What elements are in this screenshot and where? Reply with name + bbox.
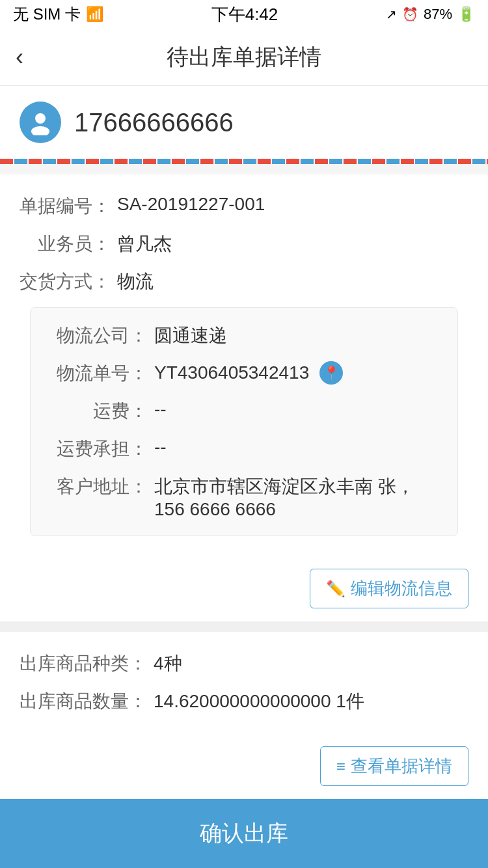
view-detail-label: 查看单据详情 (351, 755, 452, 778)
product-quantity-label: 出库商品数量： (20, 689, 147, 714)
view-detail-button[interactable]: ≡ 查看单据详情 (320, 746, 468, 786)
customer-phone: 17666666666 (74, 108, 234, 137)
edit-button-label: 编辑物流信息 (351, 577, 452, 600)
location-pin-icon: 📍 (323, 365, 340, 381)
edit-icon: ✏️ (326, 580, 346, 598)
freight-value: -- (148, 399, 444, 420)
section-divider (0, 621, 488, 632)
order-number-row: 单据编号： SA-20191227-001 (20, 194, 468, 219)
delivery-row: 交货方式： 物流 (20, 269, 468, 294)
edit-button-row: ✏️ 编辑物流信息 (0, 556, 488, 621)
freight-row: 运费： -- (44, 399, 444, 424)
freight-label: 运费： (44, 399, 148, 424)
status-right: ↗ ⏰ 87% 🔋 (386, 6, 475, 23)
address-row: 客户地址： 北京市市辖区海淀区永丰南 张，156 6666 6666 (44, 474, 444, 520)
customer-header: 17666666666 (0, 86, 488, 159)
freight-bear-row: 运费承担： -- (44, 437, 444, 461)
svg-point-1 (31, 126, 49, 135)
view-detail-icon: ≡ (336, 757, 346, 776)
status-bar: 无 SIM 卡 📶 下午4:42 ↗ ⏰ 87% 🔋 (0, 0, 488, 29)
nav-bar: ‹ 待出库单据详情 (0, 29, 488, 86)
order-number-value: SA-20191227-001 (111, 194, 468, 215)
tracking-number-label: 物流单号： (44, 361, 148, 386)
status-left: 无 SIM 卡 📶 (13, 4, 103, 25)
freight-bear-label: 运费承担： (44, 437, 148, 461)
carrier-label: 无 SIM 卡 (13, 4, 81, 25)
freight-bear-value: -- (148, 437, 444, 457)
battery-icon: 🔋 (457, 6, 475, 23)
delivery-value: 物流 (111, 269, 468, 294)
product-category-value: 4种 (147, 651, 468, 676)
salesman-label: 业务员： (20, 232, 111, 256)
product-category-row: 出库商品种类： 4种 (20, 651, 468, 676)
wifi-icon: 📶 (86, 6, 103, 23)
logistics-company-value: 圆通速递 (148, 323, 444, 348)
confirm-outbound-button[interactable]: 确认出库 (0, 812, 488, 855)
tracking-value-wrapper: YT4306405342413 📍 (148, 361, 444, 385)
confirm-button-wrapper: 确认出库 (0, 799, 488, 868)
salesman-value: 曾凡杰 (111, 232, 468, 256)
address-label: 客户地址： (44, 474, 148, 499)
product-section: 出库商品种类： 4种 出库商品数量： 14.620000000000000 1件 (0, 632, 488, 733)
logistics-company-label: 物流公司： (44, 323, 148, 348)
alarm-icon: ⏰ (402, 7, 418, 22)
logistics-company-row: 物流公司： 圆通速递 (44, 323, 444, 348)
view-detail-row: ≡ 查看单据详情 (0, 733, 488, 799)
svg-point-0 (35, 113, 46, 124)
address-value: 北京市市辖区海淀区永丰南 张，156 6666 6666 (148, 474, 444, 520)
track-location-button[interactable]: 📍 (319, 361, 343, 385)
avatar-icon (27, 109, 53, 135)
edit-logistics-button[interactable]: ✏️ 编辑物流信息 (310, 569, 468, 608)
back-button[interactable]: ‹ (16, 44, 23, 71)
salesman-row: 业务员： 曾凡杰 (20, 232, 468, 256)
order-info-section: 单据编号： SA-20191227-001 业务员： 曾凡杰 交货方式： 物流 … (0, 174, 488, 556)
page-title: 待出库单据详情 (167, 42, 321, 72)
avatar (20, 102, 61, 143)
product-quantity-row: 出库商品数量： 14.620000000000000 1件 (20, 689, 468, 714)
logistics-card: 物流公司： 圆通速递 物流单号： YT4306405342413 📍 运费： -… (30, 307, 458, 536)
location-status-icon: ↗ (386, 7, 397, 22)
dashed-divider (0, 159, 488, 164)
product-quantity-value: 14.620000000000000 1件 (147, 689, 468, 714)
tracking-number-row: 物流单号： YT4306405342413 📍 (44, 361, 444, 386)
product-category-label: 出库商品种类： (20, 651, 147, 676)
order-number-label: 单据编号： (20, 194, 111, 219)
battery-label: 87% (424, 6, 452, 23)
tracking-number-value: YT4306405342413 (154, 362, 309, 383)
delivery-label: 交货方式： (20, 269, 111, 294)
status-time: 下午4:42 (211, 3, 278, 26)
